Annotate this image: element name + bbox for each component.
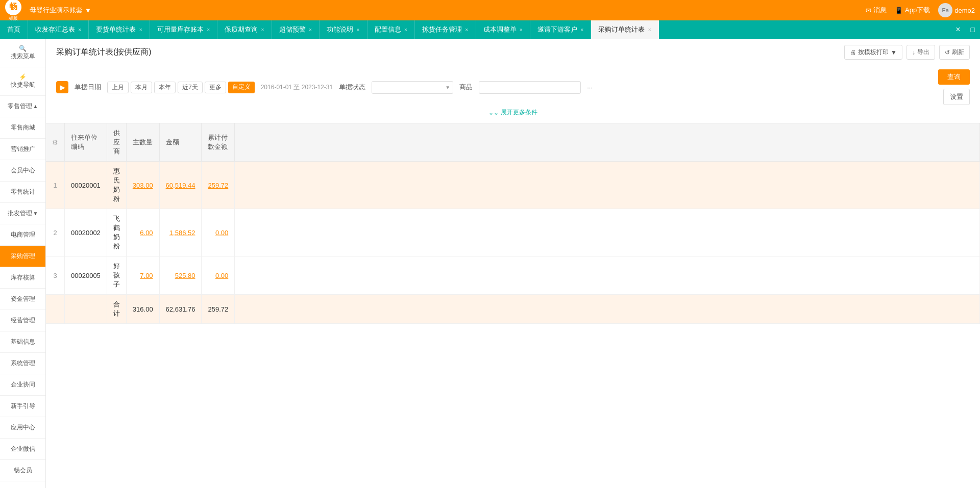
tab-cost[interactable]: 成本调整单 × [476, 20, 530, 39]
amount-link-2[interactable]: 1,586.52 [169, 229, 195, 237]
sidebar-item-system[interactable]: 系统管理 [0, 353, 45, 374]
cell-code-3: 00020005 [65, 256, 107, 295]
qty-link-2[interactable]: 6.00 [140, 229, 153, 237]
user-area[interactable]: Ea demo2 [938, 3, 975, 17]
tab-function[interactable]: 功能说明 × [320, 20, 367, 39]
sidebar-item-finance[interactable]: 资金管理 [0, 289, 45, 310]
app-label: App下载 [905, 6, 930, 15]
cell-extra-1 [235, 162, 980, 209]
page-header: 采购订单统计表(按供应商) 🖨 按模板打印 ▼ ↓ 导出 ↺ 刷新 [46, 39, 980, 64]
app-download-btn[interactable]: 📱 App下载 [895, 6, 930, 15]
filter-more-options-btn[interactable]: ··· [587, 84, 593, 91]
sidebar-item-retail-shop[interactable]: 零售商城 [0, 117, 45, 139]
filter-btn-this-year[interactable]: 本年 [154, 82, 176, 93]
qty-link-3[interactable]: 7.00 [140, 272, 153, 279]
tab-function-label: 功能说明 [327, 25, 353, 34]
footer-extra [235, 295, 980, 324]
tab-purchase[interactable]: 采购订单统计表 × [591, 20, 658, 39]
tab-expiry[interactable]: 保质期查询 × [217, 20, 272, 39]
filter-btn-7days[interactable]: 近7天 [178, 82, 203, 93]
tab-requisition-label: 要货单统计表 [96, 25, 136, 34]
sidebar-item-purchase[interactable]: 采购管理 [0, 246, 45, 267]
tab-task[interactable]: 拣货任务管理 × [415, 20, 476, 39]
tab-overstock-close[interactable]: × [309, 27, 312, 33]
tab-requisition-close[interactable]: × [139, 27, 142, 33]
close-all-tabs-btn[interactable]: × [950, 25, 965, 34]
tab-requisition[interactable]: 要货单统计表 × [89, 20, 150, 39]
sidebar-item-wholesale[interactable]: 批发管理 ▼ [0, 203, 45, 224]
th-settings[interactable]: ⚙ [46, 123, 65, 162]
filter-row: ▶ 单据日期 上月 本月 本年 近7天 更多 自定义 2016-01-01 至 … [56, 69, 970, 105]
filter-settings-button[interactable]: 设置 [943, 89, 970, 105]
app-icon: 📱 [895, 7, 903, 14]
table-body: 1 00020001 惠氏奶粉 303.00 60,519.44 259.72 … [46, 162, 980, 295]
tab-available[interactable]: 可用量库存账本 × [150, 20, 217, 39]
maximize-btn[interactable]: □ [966, 25, 980, 34]
workspace-selector[interactable]: 母婴行业演示账套 ▼ [26, 4, 95, 17]
sidebar-item-wechat[interactable]: 企业微信 [0, 439, 45, 460]
query-button[interactable]: 查询 [938, 69, 970, 85]
sidebar-item-retail[interactable]: 零售管理 ▲ [0, 96, 45, 117]
export-button[interactable]: ↓ 导出 [906, 45, 935, 60]
tab-invite[interactable]: 邀请下游客户 × [530, 20, 591, 39]
amount-link-3[interactable]: 525.80 [175, 272, 195, 279]
footer-supplier: 合计 [107, 295, 126, 324]
page-actions: 🖨 按模板打印 ▼ ↓ 导出 ↺ 刷新 [844, 45, 970, 60]
tab-home[interactable]: 首页 [0, 20, 28, 39]
tab-receivepay-close[interactable]: × [78, 27, 81, 33]
cell-amount-1: 60,519.44 [159, 162, 202, 209]
sidebar-item-ecommerce[interactable]: 电商管理 [0, 224, 45, 246]
workspace-name: 母婴行业演示账套 [30, 6, 83, 15]
tab-overstock[interactable]: 超储预警 × [272, 20, 320, 39]
tab-available-label: 可用量库存账本 [157, 25, 204, 34]
table-header-row: ⚙ 往来单位编码 供应商 主数量 金额 累计付款金额 [46, 123, 980, 162]
tab-invite-close[interactable]: × [580, 27, 583, 33]
sidebar-item-appcenter[interactable]: 应用中心 [0, 417, 45, 439]
filter-btn-this-month[interactable]: 本月 [131, 82, 152, 93]
refresh-button[interactable]: ↺ 刷新 [939, 45, 970, 60]
expand-more-btn[interactable]: ⌄⌄ 展开更多条件 [488, 108, 537, 117]
print-button[interactable]: 🖨 按模板打印 ▼ [844, 45, 902, 60]
filter-status-select[interactable] [372, 81, 453, 94]
tab-config-close[interactable]: × [404, 27, 407, 33]
cell-extra-2 [235, 209, 980, 256]
tab-available-close[interactable]: × [207, 27, 210, 33]
tab-purchase-close[interactable]: × [648, 27, 651, 33]
filter-btn-last-month[interactable]: 上月 [107, 82, 129, 93]
sidebar-item-retail-stat[interactable]: 零售统计 [0, 182, 45, 203]
tab-expiry-close[interactable]: × [261, 27, 264, 33]
message-btn[interactable]: ✉ 消息 [866, 6, 887, 15]
tab-receivepay[interactable]: 收发存汇总表 × [28, 20, 89, 39]
refresh-icon: ↺ [945, 49, 950, 56]
paid-link-3[interactable]: 0.00 [215, 272, 228, 279]
paid-link-1[interactable]: 259.72 [208, 182, 228, 189]
top-bar-right: ✉ 消息 📱 App下载 Ea demo2 [866, 3, 975, 17]
tab-config[interactable]: 配置信息 × [368, 20, 415, 39]
tab-cost-close[interactable]: × [520, 27, 523, 33]
tab-task-close[interactable]: × [465, 27, 468, 33]
sidebar-item-marketing[interactable]: 营销推广 [0, 139, 45, 160]
sidebar-item-basic[interactable]: 基础信息 [0, 331, 45, 353]
paid-link-2[interactable]: 0.00 [215, 229, 228, 237]
nav-tabs: 首页 收发存汇总表 × 要货单统计表 × 可用量库存账本 × 保质期查询 × 超… [0, 20, 980, 39]
sidebar-item-enterprise[interactable]: 企业协同 [0, 374, 45, 396]
filter-goods-label: 商品 [459, 83, 473, 92]
tab-function-close[interactable]: × [356, 27, 359, 33]
amount-link-1[interactable]: 60,519.44 [166, 182, 195, 189]
sidebar-item-member[interactable]: 会员中心 [0, 160, 45, 182]
cell-qty-1: 303.00 [126, 162, 159, 209]
sidebar-item-newbie[interactable]: 新手引导 [0, 396, 45, 417]
cell-code-2: 00020002 [65, 209, 107, 256]
sidebar-item-quicknav[interactable]: ⚡ 快捷导航 [0, 67, 45, 96]
cell-paid-3: 0.00 [202, 256, 235, 295]
qty-link-1[interactable]: 303.00 [133, 182, 153, 189]
column-settings-icon[interactable]: ⚙ [52, 139, 58, 146]
sidebar-item-inventory[interactable]: 库存核算 [0, 267, 45, 289]
filter-goods-input[interactable] [479, 81, 581, 94]
sidebar-item-operation[interactable]: 经营管理 [0, 310, 45, 331]
sidebar-item-search[interactable]: 🔍 搜索菜单 [0, 39, 45, 67]
filter-btn-more[interactable]: 更多 [205, 82, 226, 93]
export-label: 导出 [917, 48, 929, 57]
filter-toggle-btn[interactable]: ▶ [56, 81, 68, 93]
sidebar-item-vip[interactable]: 畅会员 [0, 460, 45, 481]
